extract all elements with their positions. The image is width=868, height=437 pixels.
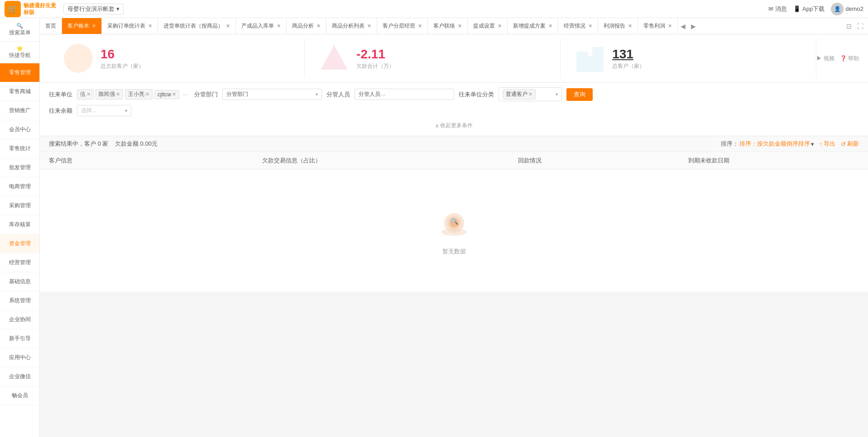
collapse-row: ∧ 收起更多条件	[49, 120, 859, 131]
tab-close-icon[interactable]: ✕	[628, 23, 632, 29]
sidebar-item-inventory[interactable]: 库存核算	[0, 215, 39, 234]
unit-more-btn[interactable]: ···	[181, 91, 190, 98]
sidebar-item-label: 畅会员	[12, 392, 28, 399]
tab-purchase-order-stats[interactable]: 采购订单统计表 ✕	[102, 18, 158, 34]
sidebar-item-member-center[interactable]: 会员中心	[0, 120, 39, 139]
tab-customer-tier[interactable]: 客户分层经营 ✕	[377, 18, 428, 34]
tab-close-icon[interactable]: ✕	[588, 23, 592, 29]
sidebar-item-enterprise[interactable]: 企业协同	[0, 310, 39, 329]
tab-customer-contact[interactable]: 客户联络 ✕	[428, 18, 468, 34]
unit-tag-2-remove[interactable]: ✕	[116, 91, 120, 97]
video-btn[interactable]: ▶ 视频	[816, 55, 834, 62]
help-icon: ❓	[840, 55, 847, 62]
refresh-btn[interactable]: ↺ 刷新	[841, 140, 859, 148]
balance-select[interactable]: 选择... ▾	[77, 105, 131, 116]
sidebar-item-purchase[interactable]: 采购管理	[0, 196, 39, 215]
sidebar-item-system[interactable]: 系统管理	[0, 291, 39, 310]
unit-type-select[interactable]: 普通客户 ✕ ▾	[499, 87, 562, 101]
tab-scroll-left[interactable]: ◀	[678, 23, 688, 30]
tab-product-analysis[interactable]: 商品分析 ✕	[287, 18, 326, 34]
unit-tags: 伍 ✕ 陈民强 ✕ 王小亮 ✕ cjttcw ✕	[77, 89, 190, 100]
stat-card-debt-customers: ¥ 16 总欠款客户（家）	[49, 39, 305, 78]
tab-product-analysis-list[interactable]: 商品分析列表 ✕	[326, 18, 377, 34]
refresh-icon: ↺	[841, 141, 846, 147]
unit-tag-4-remove[interactable]: ✕	[172, 91, 176, 97]
sidebar-item-app-center[interactable]: 应用中心	[0, 348, 39, 367]
unit-type-tag-remove[interactable]: ✕	[528, 91, 532, 97]
store-selector[interactable]: 母婴行业演示帐套 ▾	[63, 4, 124, 14]
tab-stock-stats-by-product[interactable]: 进货单统计表（按商品） ✕	[158, 18, 236, 34]
tab-maximize-btn[interactable]: ⛶	[855, 22, 865, 31]
tab-scroll-right[interactable]: ▶	[688, 23, 699, 30]
tab-retail-profit[interactable]: 零售利润 ✕	[638, 18, 678, 34]
logo-icon: 🛒	[5, 1, 21, 17]
sidebar-item-retail-mall[interactable]: 零售商城	[0, 82, 39, 101]
tab-close-icon[interactable]: ✕	[226, 23, 230, 29]
sidebar-item-basic[interactable]: 基础信息	[0, 272, 39, 291]
sidebar-search[interactable]: 🔍 搜索菜单	[0, 18, 39, 42]
tab-close-icon[interactable]: ✕	[548, 23, 552, 29]
tab-product-inbound[interactable]: 产成品入库单 ✕	[236, 18, 287, 34]
sidebar: 🔍 搜索菜单 ⭐ 快捷导航 零售管理 零售商城 营销推广 会员中心 零售统计 批…	[0, 18, 40, 437]
help-btn[interactable]: ❓ 帮助	[840, 55, 859, 62]
person-select[interactable]: 分管人员 ···	[355, 89, 454, 100]
sidebar-item-finance[interactable]: 资金管理	[0, 234, 39, 253]
avatar: 👤	[831, 3, 844, 15]
tab-customer-ledger[interactable]: 客户账本 ✕	[62, 18, 102, 34]
store-dropdown-icon: ▾	[116, 5, 120, 12]
tab-close-icon[interactable]: ✕	[317, 23, 321, 29]
tab-label: 产成品入库单	[241, 22, 274, 30]
tab-home[interactable]: 首页	[40, 18, 62, 34]
sidebar-item-label: 零售管理	[9, 69, 31, 76]
stats-row: ¥ 16 总欠款客户（家） -2	[40, 34, 868, 83]
sidebar-item-ops[interactable]: 经营管理	[0, 253, 39, 272]
app-download-btn[interactable]: 📱 App下载	[793, 5, 825, 13]
th-due-date: 到期未收款日期	[688, 157, 859, 165]
tab-close-icon[interactable]: ✕	[277, 23, 281, 29]
stat-info-1: 16 总欠款客户（家）	[101, 47, 144, 70]
tab-add-commission[interactable]: 新增提成方案 ✕	[508, 18, 558, 34]
query-btn[interactable]: 查询	[566, 88, 593, 101]
tab-label: 商品分析	[292, 22, 314, 30]
stat-label-total-customers: 总客户（家）	[612, 62, 645, 70]
tab-biz-status[interactable]: 经营情况 ✕	[558, 18, 598, 34]
sidebar-item-enterprise-wechat[interactable]: 企业微信	[0, 367, 39, 386]
unit-tag-3-remove[interactable]: ✕	[145, 91, 149, 97]
logo-text: 畅捷通好生意 标版	[24, 2, 56, 15]
empty-text: 暂无数据	[442, 247, 466, 256]
tab-close-icon[interactable]: ✕	[668, 23, 672, 29]
sort-value: 排序：按欠款金额倒序排序	[739, 140, 810, 148]
sidebar-item-ecommerce[interactable]: 电商管理	[0, 177, 39, 196]
tab-commission-settings[interactable]: 提成设置 ✕	[468, 18, 508, 34]
user-area[interactable]: 👤 demo2	[831, 3, 863, 15]
sidebar-quick-nav[interactable]: ⭐ 快捷导航	[0, 42, 39, 63]
tab-close-icon[interactable]: ✕	[92, 23, 96, 29]
sidebar-item-newbie[interactable]: 新手引导	[0, 329, 39, 348]
tab-label: 进货单统计表（按商品）	[163, 22, 223, 30]
tab-restore-btn[interactable]: ⊡	[844, 22, 854, 31]
export-btn[interactable]: ↑ 导出	[820, 140, 836, 148]
tab-close-icon[interactable]: ✕	[148, 23, 152, 29]
th-repay-info: 回款情况	[518, 157, 689, 165]
sidebar-item-wholesale-mgmt[interactable]: 批发管理	[0, 158, 39, 177]
tab-close-icon[interactable]: ✕	[458, 23, 462, 29]
sidebar-item-retail-stats[interactable]: 零售统计	[0, 139, 39, 158]
sidebar-item-retail-mgmt[interactable]: 零售管理	[0, 63, 39, 82]
sort-select[interactable]: 排序： 排序：按欠款金额倒序排序 ▾	[721, 140, 814, 148]
logo-area: 🛒 畅捷通好生意 标版	[5, 1, 59, 17]
stat-info-3: 131 总客户（家）	[612, 47, 645, 70]
tab-profit-report[interactable]: 利润报告 ✕	[598, 18, 638, 34]
th-debt-info: 欠款交易信息（占比）	[262, 157, 518, 165]
dept-select[interactable]: 分管部门 ▾	[222, 89, 322, 100]
tab-close-icon[interactable]: ✕	[367, 23, 371, 29]
logo-line2: 标版	[24, 9, 56, 15]
tab-close-icon[interactable]: ✕	[418, 23, 422, 29]
sidebar-item-label: 经营管理	[9, 259, 31, 266]
tab-close-icon[interactable]: ✕	[498, 23, 502, 29]
unit-tag-1-remove[interactable]: ✕	[86, 91, 91, 97]
sidebar-item-vip-member[interactable]: 畅会员	[0, 386, 39, 405]
sidebar-item-label: 企业协同	[9, 316, 31, 323]
message-btn[interactable]: ✉ 消息	[768, 5, 787, 13]
collapse-btn[interactable]: ∧ 收起更多条件	[435, 122, 473, 129]
sidebar-item-marketing[interactable]: 营销推广	[0, 101, 39, 120]
